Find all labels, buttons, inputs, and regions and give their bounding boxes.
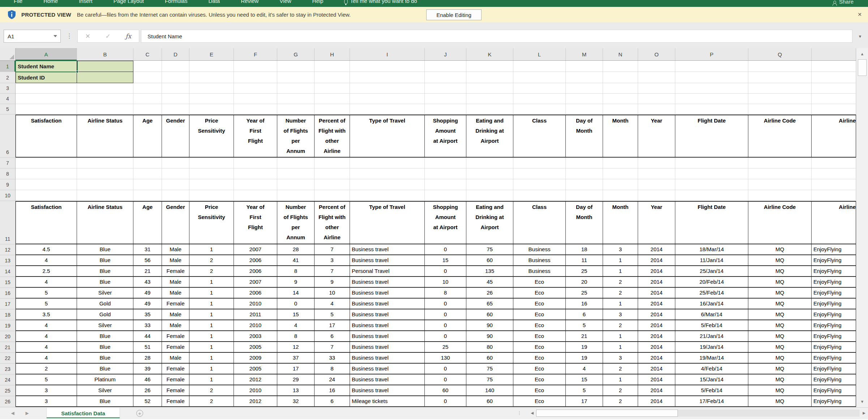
row-header-25[interactable]: 25	[0, 385, 16, 396]
horizontal-scrollbar-thumb[interactable]	[536, 410, 678, 417]
cell-R9[interactable]	[812, 179, 856, 190]
enter-icon[interactable]: ✓	[106, 33, 111, 40]
cell-Q26[interactable]: MQ	[748, 396, 812, 407]
cell-O16[interactable]: 2014	[638, 288, 675, 299]
cell-M19[interactable]: 5	[566, 320, 603, 331]
cell-G6[interactable]: Number of Flights per Annum	[277, 115, 315, 158]
cell-I17[interactable]: Business travel	[350, 299, 425, 309]
cell-B10[interactable]	[77, 190, 133, 201]
cell-C26[interactable]: 52	[133, 396, 162, 407]
cell-E2[interactable]	[189, 72, 234, 83]
cell-Q18[interactable]: MQ	[748, 309, 812, 320]
next-sheet-icon[interactable]: ▶	[22, 408, 32, 419]
cell-F6[interactable]: Year of First Flight	[234, 115, 277, 158]
cell-A22[interactable]: 4	[16, 353, 77, 364]
cell-G9[interactable]	[277, 179, 315, 190]
cell-F21[interactable]: 2005	[234, 342, 277, 353]
cell-K3[interactable]	[466, 83, 513, 94]
cell-N20[interactable]: 1	[603, 331, 638, 342]
column-header-P[interactable]: P	[675, 48, 748, 60]
cell-K6[interactable]: Eating and Drinking at Airport	[466, 115, 513, 158]
cell-G22[interactable]: 37	[277, 353, 315, 364]
cell-Q23[interactable]: MQ	[748, 364, 812, 374]
column-header-B[interactable]: B	[77, 48, 133, 60]
cell-A18[interactable]: 3.5	[16, 309, 77, 320]
cell-L2[interactable]	[513, 72, 566, 83]
cell-Q11[interactable]: Airline Code	[748, 201, 812, 244]
tabbar-splitter-icon[interactable]: ⋮	[517, 408, 522, 419]
cell-C2[interactable]	[133, 72, 162, 83]
cell-A25[interactable]: 3	[16, 385, 77, 396]
cell-F13[interactable]: 2006	[234, 255, 277, 266]
cell-A12[interactable]: 4.5	[16, 244, 77, 255]
cell-D4[interactable]	[162, 94, 189, 104]
column-header-J[interactable]: J	[425, 48, 466, 60]
cell-L5[interactable]	[513, 104, 566, 115]
row-header-17[interactable]: 17	[0, 299, 16, 309]
cell-H6[interactable]: Percent of Flight with other Airline	[315, 115, 350, 158]
cell-G11[interactable]: Number of Flights per Annum	[277, 201, 315, 244]
cell-N11[interactable]: Month	[603, 201, 638, 244]
cell-K23[interactable]: 75	[466, 364, 513, 374]
cell-B9[interactable]	[77, 179, 133, 190]
cell-R16[interactable]: EnjoyFlying	[812, 288, 856, 299]
cell-Q2[interactable]	[748, 72, 812, 83]
cell-R13[interactable]: EnjoyFlying	[812, 255, 856, 266]
cell-D18[interactable]: Male	[162, 309, 189, 320]
cell-Q5[interactable]	[748, 104, 812, 115]
tab-satisfaction-data[interactable]: Satisfaction Data	[46, 408, 120, 419]
cell-R8[interactable]	[812, 168, 856, 179]
cell-F14[interactable]: 2006	[234, 266, 277, 277]
cell-B12[interactable]: Blue	[77, 244, 133, 255]
cell-G24[interactable]: 29	[277, 374, 315, 385]
cell-O15[interactable]: 2014	[638, 277, 675, 288]
cell-H25[interactable]: 16	[315, 385, 350, 396]
cell-Q12[interactable]: MQ	[748, 244, 812, 255]
cell-C14[interactable]: 21	[133, 266, 162, 277]
cell-Q22[interactable]: MQ	[748, 353, 812, 364]
cell-I23[interactable]: Business travel	[350, 364, 425, 374]
cell-M15[interactable]: 20	[566, 277, 603, 288]
cell-J26[interactable]: 0	[425, 396, 466, 407]
row-header-3[interactable]: 3	[0, 83, 16, 94]
cell-F20[interactable]: 2003	[234, 331, 277, 342]
cell-A1[interactable]: Student Name	[16, 61, 77, 72]
cell-O13[interactable]: 2014	[638, 255, 675, 266]
cell-G14[interactable]: 8	[277, 266, 315, 277]
cell-J10[interactable]	[425, 190, 466, 201]
cell-F9[interactable]	[234, 179, 277, 190]
cell-A4[interactable]	[16, 94, 77, 104]
cell-D24[interactable]: Female	[162, 374, 189, 385]
cell-A3[interactable]	[16, 83, 77, 94]
cell-M2[interactable]	[566, 72, 603, 83]
cell-A24[interactable]: 5	[16, 374, 77, 385]
cell-N12[interactable]: 3	[603, 244, 638, 255]
cell-A16[interactable]: 5	[16, 288, 77, 299]
column-header-D[interactable]: D	[162, 48, 189, 60]
cell-A23[interactable]: 2	[16, 364, 77, 374]
scroll-up-icon[interactable]: ▲	[858, 50, 867, 58]
cell-B13[interactable]: Blue	[77, 255, 133, 266]
share-button[interactable]: Share	[832, 0, 854, 6]
cell-E11[interactable]: Price Sensitivity	[189, 201, 234, 244]
row-header-22[interactable]: 22	[0, 353, 16, 364]
cell-O22[interactable]: 2014	[638, 353, 675, 364]
cell-O3[interactable]	[638, 83, 675, 94]
cell-F4[interactable]	[234, 94, 277, 104]
row-header-8[interactable]: 8	[0, 168, 16, 179]
cell-N9[interactable]	[603, 179, 638, 190]
cell-P13[interactable]: 11/Jan/14	[675, 255, 748, 266]
cell-B25[interactable]: Silver	[77, 385, 133, 396]
cell-I12[interactable]: Business travel	[350, 244, 425, 255]
cell-P8[interactable]	[675, 168, 748, 179]
cell-P24[interactable]: 15/Jan/14	[675, 374, 748, 385]
cell-R4[interactable]	[812, 94, 856, 104]
ribbon-tab-data[interactable]: Data	[208, 0, 220, 5]
cell-O10[interactable]	[638, 190, 675, 201]
cell-I1[interactable]	[350, 61, 425, 72]
row-header-1[interactable]: 1	[0, 61, 16, 72]
cell-C23[interactable]: 39	[133, 364, 162, 374]
row-header-26[interactable]: 26	[0, 396, 16, 407]
cell-M14[interactable]: 25	[566, 266, 603, 277]
cell-R25[interactable]: EnjoyFlying	[812, 385, 856, 396]
